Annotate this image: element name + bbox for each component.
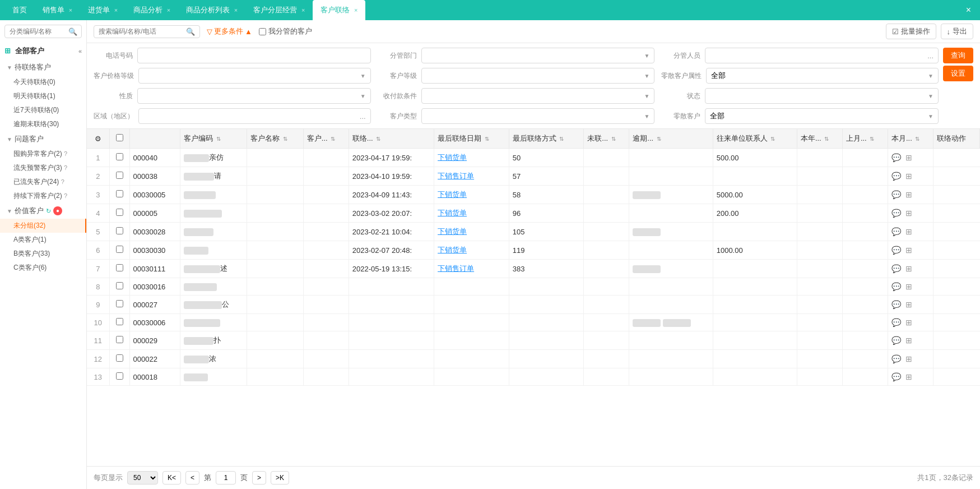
row-checkbox[interactable] — [116, 153, 123, 160]
settings-col-header[interactable]: ⚙ — [87, 129, 109, 149]
value-customer-refresh-icon[interactable]: ↻ — [46, 207, 51, 215]
my-customers-checkbox[interactable]: 我分管的客户 — [259, 26, 312, 36]
query-button[interactable]: 查询 — [943, 48, 973, 63]
sidebar-hoarding-abnormal[interactable]: 囤购异常客户(2) ? — [0, 147, 86, 161]
problem-customer-group[interactable]: ▼ 问题客户 — [0, 131, 86, 147]
collapse-icon[interactable]: « — [78, 48, 82, 54]
row-checkbox[interactable] — [116, 336, 123, 343]
sidebar-overdue-contact[interactable]: 逾期未联络(30) — [0, 117, 86, 131]
customer-type-select[interactable]: ▼ — [421, 108, 655, 124]
nav-sales[interactable]: 销售单 × — [35, 0, 80, 20]
pending-contact-group[interactable]: ▼ 待联络客户 — [0, 59, 86, 75]
nav-customer-stratified[interactable]: 客户分层经营 × — [245, 0, 313, 20]
this-month-col-header[interactable]: 本月... ⇅ — [888, 129, 933, 149]
contact-col-header[interactable]: 联络... ⇅ — [349, 129, 434, 149]
grid-action-icon[interactable]: ⊞ — [905, 336, 912, 345]
sidebar-class-b[interactable]: B类客户(33) — [0, 247, 86, 261]
close-customer-stratified-tab[interactable]: × — [301, 7, 305, 13]
message-action-icon[interactable]: 💬 — [891, 372, 901, 381]
sidebar-declining[interactable]: 持续下滑客户(2) ? — [0, 189, 86, 203]
sidebar-7days-pending[interactable]: 近7天待联络(0) — [0, 103, 86, 117]
grid-action-icon[interactable]: ⊞ — [905, 209, 912, 218]
scatter-customer-select[interactable]: 全部 ▼ — [705, 108, 939, 124]
export-button[interactable]: ↓ 导出 — [941, 24, 974, 39]
sidebar-unassigned-group[interactable]: 未分组(32) — [0, 219, 86, 233]
contact-method-link[interactable]: 下销货单 — [438, 246, 467, 254]
row-checkbox[interactable] — [116, 209, 123, 216]
status-select[interactable]: ▼ — [705, 88, 939, 104]
next-page-button[interactable]: > — [252, 471, 266, 485]
message-action-icon[interactable]: 💬 — [891, 227, 901, 236]
message-action-icon[interactable]: 💬 — [891, 336, 901, 345]
last-contact-date-col-header[interactable]: 最后联络日期 ⇅ — [434, 129, 509, 149]
all-customers-header[interactable]: ⊞ 全部客户 « — [0, 43, 86, 59]
customer-name-col-header[interactable]: 客户名称 ⇅ — [247, 129, 303, 149]
row-checkbox[interactable] — [116, 300, 123, 307]
select-all-checkbox[interactable] — [116, 134, 123, 141]
customer-code-col-header[interactable]: 客户编码 ⇅ — [180, 129, 247, 149]
row-checkbox[interactable] — [116, 172, 123, 179]
contact-method-link[interactable]: 下销货单 — [438, 190, 467, 199]
message-action-icon[interactable]: 💬 — [891, 318, 901, 327]
last-contact-method-col-header[interactable]: 最后联络方式 ⇅ — [509, 129, 584, 149]
row-checkbox[interactable] — [116, 246, 123, 253]
row-checkbox[interactable] — [116, 372, 123, 380]
last-page-button[interactable]: >K — [271, 471, 289, 485]
nav-home[interactable]: 首页 — [4, 0, 35, 20]
sidebar-today-pending[interactable]: 今天待联络(0) — [0, 75, 86, 89]
customer-type-col-header[interactable]: 客户... ⇅ — [303, 129, 349, 149]
row-checkbox[interactable] — [116, 354, 123, 362]
search-input[interactable] — [99, 27, 183, 35]
nav-product-analysis-list[interactable]: 商品分析列表 × — [178, 0, 245, 20]
grid-action-icon[interactable]: ⊞ — [905, 372, 912, 381]
grid-action-icon[interactable]: ⊞ — [905, 172, 912, 181]
department-select[interactable]: ▼ — [421, 48, 655, 63]
customer-level-select[interactable]: ▼ — [421, 68, 655, 84]
overdue-col-header[interactable]: 逾期... ⇅ — [629, 129, 713, 149]
batch-operation-button[interactable]: ☑ 批量操作 — [886, 24, 936, 39]
grid-action-icon[interactable]: ⊞ — [905, 354, 912, 363]
scatter-attr-select[interactable]: 全部 ▼ — [706, 68, 939, 84]
message-action-icon[interactable]: 💬 — [891, 209, 901, 218]
grid-action-icon[interactable]: ⊞ — [905, 282, 912, 291]
first-page-button[interactable]: K< — [162, 471, 181, 485]
grid-action-icon[interactable]: ⊞ — [905, 318, 912, 327]
message-action-icon[interactable]: 💬 — [891, 300, 901, 309]
message-action-icon[interactable]: 💬 — [891, 354, 901, 363]
region-select[interactable]: ... — [138, 108, 371, 124]
message-action-icon[interactable]: 💬 — [891, 172, 901, 181]
message-action-icon[interactable]: 💬 — [891, 246, 901, 255]
payment-select[interactable]: ▼ — [421, 88, 655, 104]
close-sales-tab[interactable]: × — [69, 7, 72, 13]
message-action-icon[interactable]: 💬 — [891, 190, 901, 199]
page-number-input[interactable] — [216, 471, 236, 485]
nav-customer-contact[interactable]: 客户联络 × — [313, 0, 365, 20]
person-select[interactable]: ... — [705, 48, 939, 63]
this-year-col-header[interactable]: 本年... ⇅ — [797, 129, 842, 149]
sidebar-class-c[interactable]: C类客户(6) — [0, 261, 86, 275]
no-contact-days-col-header[interactable]: 未联... ⇅ — [584, 129, 629, 149]
row-checkbox[interactable] — [116, 318, 123, 325]
contact-method-link[interactable]: 下销售订单 — [438, 172, 474, 180]
my-customers-check[interactable] — [259, 28, 266, 35]
close-window-button[interactable]: × — [962, 5, 976, 15]
grid-action-icon[interactable]: ⊞ — [905, 264, 912, 273]
row-checkbox[interactable] — [116, 190, 123, 197]
contact-method-link[interactable]: 下销货单 — [438, 209, 467, 217]
sidebar-churned[interactable]: 已流失客户(24) ? — [0, 175, 86, 189]
close-product-analysis-list-tab[interactable]: × — [234, 7, 238, 13]
value-customer-group[interactable]: ▼ 价值客户 ↻ ● — [0, 203, 86, 219]
sidebar-class-a[interactable]: A类客户(1) — [0, 233, 86, 247]
prev-page-button[interactable]: < — [185, 471, 199, 485]
reset-button[interactable]: 设置 — [943, 66, 973, 81]
nature-select[interactable]: ▼ — [137, 88, 371, 104]
sidebar-churn-warning[interactable]: 流失预警客户(3) ? — [0, 161, 86, 175]
price-level-select[interactable]: ▼ — [138, 68, 371, 84]
message-action-icon[interactable]: 💬 — [891, 153, 901, 162]
contact-method-link[interactable]: 下销货单 — [438, 153, 467, 162]
message-action-icon[interactable]: 💬 — [891, 264, 901, 273]
contact-method-link[interactable]: 下销货单 — [438, 227, 467, 236]
page-size-select[interactable]: 50 20 100 — [127, 471, 158, 485]
close-customer-contact-tab[interactable]: × — [354, 7, 357, 13]
grid-action-icon[interactable]: ⊞ — [905, 153, 912, 162]
